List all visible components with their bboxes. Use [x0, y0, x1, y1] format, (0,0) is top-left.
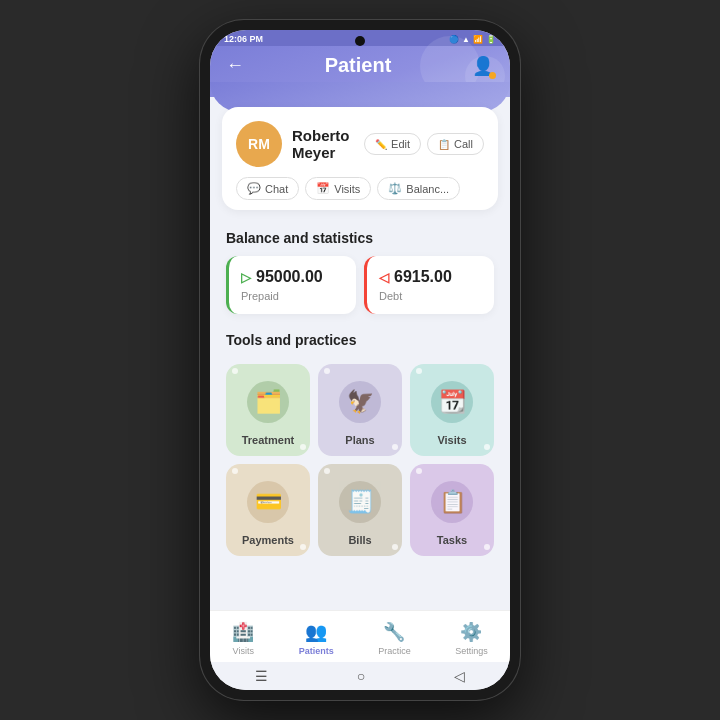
decoration-dot [484, 444, 490, 450]
call-label: Call [454, 138, 473, 150]
decoration-dot [416, 468, 422, 474]
balance-section-title: Balance and statistics [226, 230, 494, 246]
tab-balance[interactable]: ⚖️ Balanc... [377, 177, 460, 200]
nav-visits[interactable]: 🏥 Visits [222, 619, 264, 658]
payments-label: Payments [242, 534, 294, 546]
prepaid-icon: ▷ [241, 270, 251, 285]
tasks-icon-area: 📋 [428, 478, 476, 526]
profile-button[interactable]: 👤 [472, 55, 494, 77]
nav-settings-icon: ⚙️ [460, 621, 482, 643]
tools-section: Tools and practices [210, 320, 510, 364]
payments-icon-area: 💳 [244, 478, 292, 526]
prepaid-amount: ▷ 95000.00 [241, 268, 344, 286]
bills-label: Bills [348, 534, 371, 546]
plans-icon-area: 🦅 [336, 378, 384, 426]
plans-label: Plans [345, 434, 374, 446]
app-header: ← Patient 👤 [210, 46, 510, 97]
nav-visits-label: Visits [233, 646, 254, 656]
tool-treatment[interactable]: 🗂️ Treatment [226, 364, 310, 456]
call-icon: 📋 [438, 139, 450, 150]
patient-name: Roberto Meyer [292, 127, 354, 161]
debt-value: 6915.00 [394, 268, 452, 286]
decoration-dot [324, 468, 330, 474]
decoration-dot [392, 444, 398, 450]
prepaid-value: 95000.00 [256, 268, 323, 286]
decoration-dot [324, 368, 330, 374]
decoration-dot [300, 544, 306, 550]
prepaid-label: Prepaid [241, 290, 344, 302]
avatar: RM [236, 121, 282, 167]
balance-section: Balance and statistics ▷ 95000.00 Prepai… [210, 218, 510, 320]
tool-tasks[interactable]: 📋 Tasks [410, 464, 494, 556]
bottom-nav: 🏥 Visits 👥 Patients 🔧 Practice ⚙️ Settin… [210, 610, 510, 662]
tool-plans[interactable]: 🦅 Plans [318, 364, 402, 456]
payments-icon: 💳 [247, 481, 289, 523]
decoration-dot [416, 368, 422, 374]
debt-label: Debt [379, 290, 482, 302]
tab-chat[interactable]: 💬 Chat [236, 177, 299, 200]
back-button[interactable]: ← [226, 55, 244, 76]
action-buttons: ✏️ Edit 📋 Call [364, 133, 484, 155]
nav-settings-label: Settings [455, 646, 488, 656]
debt-icon: ◁ [379, 270, 389, 285]
tasks-label: Tasks [437, 534, 467, 546]
treatment-icon-area: 🗂️ [244, 378, 292, 426]
nav-patients[interactable]: 👥 Patients [289, 619, 344, 658]
visits-icon-area: 📆 [428, 378, 476, 426]
treatment-icon: 🗂️ [247, 381, 289, 423]
chat-label: Chat [265, 183, 288, 195]
patient-tabs: 💬 Chat 📅 Visits ⚖️ Balanc... [236, 177, 484, 210]
home-button[interactable]: ○ [357, 668, 365, 684]
tools-section-title: Tools and practices [226, 332, 494, 348]
profile-notification-dot [489, 72, 496, 79]
nav-practice[interactable]: 🔧 Practice [368, 619, 421, 658]
patient-card: RM Roberto Meyer ✏️ Edit 📋 Call [222, 107, 498, 210]
system-bar: ☰ ○ ◁ [210, 662, 510, 690]
tab-visits[interactable]: 📅 Visits [305, 177, 371, 200]
decoration-dot [232, 368, 238, 374]
call-button[interactable]: 📋 Call [427, 133, 484, 155]
visits-tool-label: Visits [437, 434, 466, 446]
debt-card: ◁ 6915.00 Debt [364, 256, 494, 314]
patient-info-row: RM Roberto Meyer ✏️ Edit 📋 Call [236, 121, 484, 167]
tool-bills[interactable]: 🧾 Bills [318, 464, 402, 556]
plans-icon: 🦅 [339, 381, 381, 423]
phone-shell: 12:06 PM 🔵 ▲ 📶 🔋 ← Patient 👤 [200, 20, 520, 700]
bills-icon: 🧾 [339, 481, 381, 523]
battery-icon: 🔋 [486, 35, 496, 44]
menu-button[interactable]: ☰ [255, 668, 268, 684]
bills-icon-area: 🧾 [336, 478, 384, 526]
nav-visits-icon: 🏥 [232, 621, 254, 643]
tools-grid: 🗂️ Treatment 🦅 Plans [210, 364, 510, 568]
back-system-button[interactable]: ◁ [454, 668, 465, 684]
balance-tab-label: Balanc... [406, 183, 449, 195]
nav-practice-icon: 🔧 [383, 621, 405, 643]
prepaid-card: ▷ 95000.00 Prepaid [226, 256, 356, 314]
visits-icon: 📅 [316, 182, 330, 195]
debt-amount: ◁ 6915.00 [379, 268, 482, 286]
treatment-label: Treatment [242, 434, 295, 446]
decoration-dot [300, 444, 306, 450]
decoration-dot [484, 544, 490, 550]
phone-screen: 12:06 PM 🔵 ▲ 📶 🔋 ← Patient 👤 [210, 30, 510, 690]
edit-label: Edit [391, 138, 410, 150]
tool-payments[interactable]: 💳 Payments [226, 464, 310, 556]
nav-patients-icon: 👥 [305, 621, 327, 643]
visits-tool-icon: 📆 [431, 381, 473, 423]
edit-icon: ✏️ [375, 139, 387, 150]
nav-settings[interactable]: ⚙️ Settings [445, 619, 498, 658]
edit-button[interactable]: ✏️ Edit [364, 133, 421, 155]
content-area: RM Roberto Meyer ✏️ Edit 📋 Call [210, 97, 510, 610]
chat-icon: 💬 [247, 182, 261, 195]
page-title: Patient [325, 54, 392, 77]
nav-patients-label: Patients [299, 646, 334, 656]
visits-label: Visits [334, 183, 360, 195]
decoration-dot [232, 468, 238, 474]
nav-practice-label: Practice [378, 646, 411, 656]
balance-icon: ⚖️ [388, 182, 402, 195]
decoration-dot [392, 544, 398, 550]
tool-visits[interactable]: 📆 Visits [410, 364, 494, 456]
balance-cards: ▷ 95000.00 Prepaid ◁ 6915.00 Debt [226, 256, 494, 314]
camera-notch [355, 36, 365, 46]
status-time: 12:06 PM [224, 34, 263, 44]
